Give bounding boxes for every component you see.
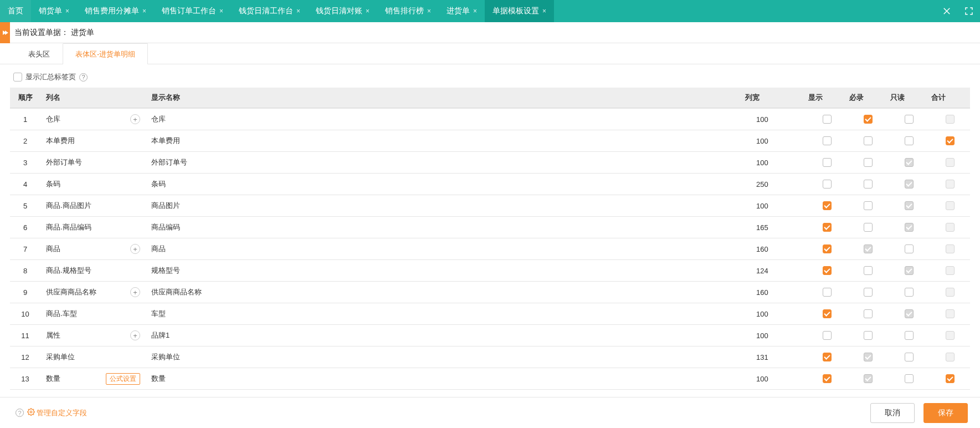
chk-readonly[interactable] xyxy=(905,288,914,297)
chk-readonly[interactable] xyxy=(905,331,914,340)
expand-icon[interactable]: + xyxy=(130,287,140,297)
chk-required[interactable] xyxy=(864,288,873,297)
show-summary-checkbox-input[interactable] xyxy=(13,73,22,81)
chk-show[interactable] xyxy=(823,266,832,275)
row-display-name[interactable]: 商品编码 xyxy=(146,216,751,238)
chk-readonly[interactable] xyxy=(905,244,914,253)
row-width[interactable]: 100 xyxy=(751,389,806,393)
chk-show[interactable] xyxy=(823,136,832,145)
row-width[interactable]: 100 xyxy=(751,303,806,324)
row-display-name[interactable]: 包装数量 xyxy=(146,389,751,393)
table-row[interactable]: 5商品.商品图片商品图片100 xyxy=(10,195,970,216)
chk-show[interactable] xyxy=(823,353,832,361)
row-display-name[interactable]: 商品图片 xyxy=(146,195,751,216)
chk-required[interactable] xyxy=(864,201,873,210)
show-summary-checkbox[interactable]: 显示汇总标签页 xyxy=(11,71,76,83)
row-width[interactable]: 100 xyxy=(751,368,806,389)
table-row[interactable]: 1仓库+仓库100 xyxy=(10,108,970,130)
close-icon[interactable]: × xyxy=(296,7,300,15)
tab-6[interactable]: 销售排行榜× xyxy=(377,0,439,22)
tab-0[interactable]: 首页 xyxy=(0,0,31,22)
chk-readonly[interactable] xyxy=(905,374,914,383)
table-row[interactable]: 8商品.规格型号规格型号124 xyxy=(10,259,970,281)
expand-icon[interactable]: + xyxy=(130,330,140,340)
chk-show[interactable] xyxy=(823,180,832,188)
chk-required[interactable] xyxy=(864,158,873,167)
fullscreen-icon[interactable] xyxy=(958,0,980,22)
close-icon[interactable]: × xyxy=(142,7,146,15)
row-display-name[interactable]: 商品 xyxy=(146,238,751,259)
row-display-name[interactable]: 数量 xyxy=(146,368,751,389)
expand-icon[interactable]: + xyxy=(130,244,140,254)
table-row[interactable]: 4条码条码250 xyxy=(10,173,970,195)
row-width[interactable]: 160 xyxy=(751,238,806,259)
chk-show[interactable] xyxy=(823,158,832,167)
chk-required[interactable] xyxy=(864,115,873,124)
chk-required[interactable] xyxy=(864,266,873,275)
chk-required[interactable] xyxy=(864,309,873,318)
close-icon[interactable]: × xyxy=(427,7,431,15)
chk-show[interactable] xyxy=(823,223,832,232)
chk-required[interactable] xyxy=(864,180,873,188)
chk-total[interactable] xyxy=(946,374,955,383)
tab-3[interactable]: 销售订单工作台× xyxy=(154,0,231,22)
chk-show[interactable] xyxy=(823,309,832,318)
manage-custom-fields-link[interactable]: 管理自定义字段 xyxy=(27,408,87,418)
chk-show[interactable] xyxy=(823,201,832,210)
chk-required[interactable] xyxy=(864,331,873,340)
row-width[interactable]: 100 xyxy=(751,195,806,216)
table-row[interactable]: 2本单费用本单费用100 xyxy=(10,130,970,151)
row-display-name[interactable]: 仓库 xyxy=(146,108,751,130)
row-width[interactable]: 100 xyxy=(751,324,806,346)
row-width[interactable]: 100 xyxy=(751,130,806,151)
row-display-name[interactable]: 车型 xyxy=(146,303,751,324)
tab-5[interactable]: 钱货日清对账× xyxy=(308,0,377,22)
chk-show[interactable] xyxy=(823,331,832,340)
chk-required[interactable] xyxy=(864,223,873,232)
save-button[interactable]: 保存 xyxy=(923,403,968,423)
table-row[interactable]: 9供应商商品名称+供应商商品名称160 xyxy=(10,281,970,303)
chk-show[interactable] xyxy=(823,244,832,253)
expand-icon[interactable]: + xyxy=(130,114,140,124)
row-width[interactable]: 160 xyxy=(751,281,806,303)
collapse-panel-button[interactable] xyxy=(0,22,10,43)
help-icon[interactable]: ? xyxy=(79,73,88,81)
row-width[interactable]: 100 xyxy=(751,151,806,173)
table-row[interactable]: 13数量公式设置数量100 xyxy=(10,368,970,389)
tab-1[interactable]: 销货单× xyxy=(31,0,77,22)
section-tab-1[interactable]: 表体区-进货单明细 xyxy=(63,43,148,64)
chk-show[interactable] xyxy=(823,374,832,383)
tab-2[interactable]: 销售费用分摊单× xyxy=(77,0,154,22)
formula-button[interactable]: 公式设置 xyxy=(106,373,140,385)
chk-readonly[interactable] xyxy=(905,136,914,145)
table-row[interactable]: 14包装数量包装数量100 xyxy=(10,389,970,393)
row-display-name[interactable]: 供应商商品名称 xyxy=(146,281,751,303)
close-icon[interactable]: × xyxy=(219,7,223,15)
table-row[interactable]: 10商品.车型车型100 xyxy=(10,303,970,324)
cancel-button[interactable]: 取消 xyxy=(870,403,915,423)
chk-readonly[interactable] xyxy=(905,353,914,361)
row-width[interactable]: 250 xyxy=(751,173,806,195)
close-all-tabs-icon[interactable] xyxy=(936,0,958,22)
row-width[interactable]: 165 xyxy=(751,216,806,238)
chk-show[interactable] xyxy=(823,288,832,297)
table-row[interactable]: 3外部订单号外部订单号100 xyxy=(10,151,970,173)
chk-readonly[interactable] xyxy=(905,115,914,124)
row-display-name[interactable]: 条码 xyxy=(146,173,751,195)
tab-8[interactable]: 单据模板设置× xyxy=(485,0,554,22)
row-display-name[interactable]: 外部订单号 xyxy=(146,151,751,173)
footer-help-icon[interactable]: ? xyxy=(16,409,24,417)
tab-7[interactable]: 进货单× xyxy=(439,0,485,22)
table-row[interactable]: 12采购单位采购单位131 xyxy=(10,346,970,368)
table-row[interactable]: 11属性+品牌1100 xyxy=(10,324,970,346)
row-display-name[interactable]: 品牌1 xyxy=(146,324,751,346)
chk-show[interactable] xyxy=(823,115,832,124)
close-icon[interactable]: × xyxy=(473,7,477,15)
table-body-scroll[interactable]: 1仓库+仓库1002本单费用本单费用1003外部订单号外部订单号1004条码条码… xyxy=(10,108,970,393)
section-tab-0[interactable]: 表头区 xyxy=(16,43,63,64)
chk-total[interactable] xyxy=(946,136,955,145)
close-icon[interactable]: × xyxy=(542,7,546,15)
close-icon[interactable]: × xyxy=(65,7,69,15)
row-width[interactable]: 124 xyxy=(751,259,806,281)
close-icon[interactable]: × xyxy=(366,7,370,15)
